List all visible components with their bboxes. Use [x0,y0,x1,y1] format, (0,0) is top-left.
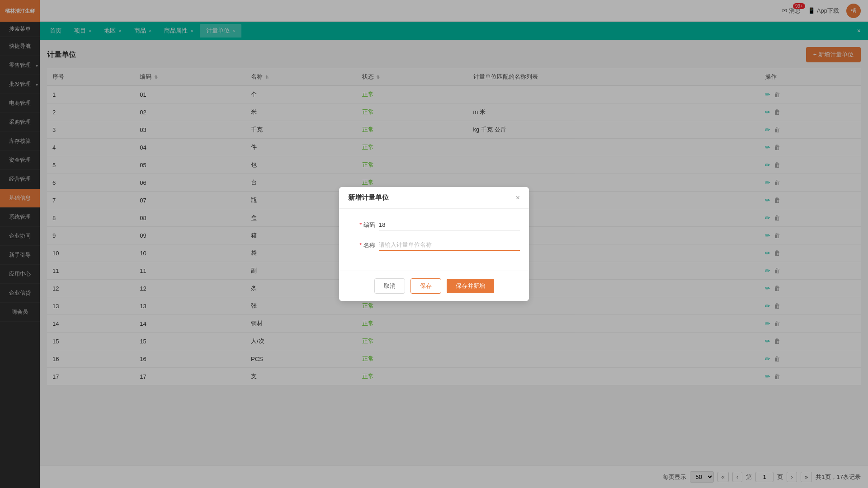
cancel-button[interactable]: 取消 [374,278,405,294]
save-and-new-button[interactable]: 保存并新增 [447,279,494,293]
dialog-header: 新增计量单位 × [339,187,529,209]
dialog-body: 编码 名称 [339,209,529,271]
dialog-title: 新增计量单位 [348,193,389,202]
code-label: 编码 [348,221,375,229]
name-form-row: 名称 [348,239,520,251]
name-label: 名称 [348,241,375,249]
name-input[interactable] [379,239,520,251]
dialog-footer: 取消 保存 保存并新增 [339,271,529,301]
dialog-close-button[interactable]: × [516,194,520,202]
code-input[interactable] [379,220,520,230]
save-button[interactable]: 保存 [410,278,441,294]
code-form-row: 编码 [348,220,520,230]
add-unit-dialog: 新增计量单位 × 编码 名称 取消 保存 保存并新增 [339,187,529,301]
modal-overlay: 新增计量单位 × 编码 名称 取消 保存 保存并新增 [0,0,868,488]
